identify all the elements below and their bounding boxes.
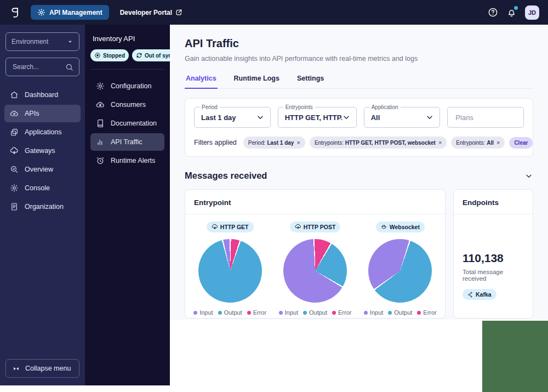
- total-messages-label: Total message received: [463, 269, 524, 282]
- entrypoint-card: Entrypoint HTTP GET Input Output Error: [185, 189, 446, 319]
- sidebar-item-applications[interactable]: Applications: [4, 123, 81, 141]
- legend-output[interactable]: Output: [388, 309, 412, 316]
- legend-input[interactable]: Input: [279, 309, 298, 316]
- http-post-badge: HTTP POST: [290, 221, 341, 232]
- api-name: Inventory API: [90, 35, 164, 49]
- environment-select[interactable]: Environment: [5, 32, 79, 51]
- top-bar: API Management Developer Portal JD: [0, 0, 548, 25]
- close-icon[interactable]: ×: [296, 139, 300, 146]
- close-icon[interactable]: ×: [496, 139, 500, 146]
- external-link-icon: [175, 9, 182, 16]
- legend-dot-output: [388, 311, 392, 315]
- environment-label: Environment: [12, 38, 48, 46]
- application-label: Application: [369, 104, 401, 110]
- cloud-gear-icon: [10, 109, 19, 118]
- collapse-menu-label: Collapse menu: [25, 365, 71, 372]
- legend-output[interactable]: Output: [218, 309, 242, 316]
- tab-bar: Analytics Runtime Logs Settings: [185, 75, 533, 89]
- search-input[interactable]: [12, 63, 61, 71]
- sidebar-item-dashboard[interactable]: Dashboard: [4, 86, 81, 104]
- chip-value: Last 1 day: [267, 140, 294, 146]
- clear-filters-button[interactable]: Clear: [509, 137, 533, 149]
- sidebar-item-console[interactable]: Console: [4, 179, 81, 197]
- tab-runtime-logs[interactable]: Runtime Logs: [233, 75, 281, 88]
- pie-badge-label: HTTP POST: [304, 224, 336, 230]
- home-icon: [10, 90, 19, 99]
- chip-prefix: Entrypoints:: [456, 140, 485, 146]
- kafka-badge-label: Kafka: [476, 291, 492, 298]
- legend-error[interactable]: Error: [247, 309, 266, 316]
- api-item-label: Configuration: [111, 82, 151, 90]
- entrypoints-value: HTTP GET, HTTP...: [285, 113, 342, 122]
- sidebar-item-label: Console: [25, 184, 50, 192]
- chip-value: HTTP GET, HTTP POST, websocket: [345, 140, 436, 146]
- analytics-surface: API Traffic Gain actionable insights int…: [170, 25, 548, 320]
- chip-entrypoints[interactable]: Entrypoints: HTTP GET, HTTP POST, websoc…: [310, 137, 447, 149]
- sidebar-item-gateways[interactable]: Gateways: [4, 142, 81, 160]
- application-select[interactable]: Application All: [364, 107, 441, 128]
- chip-value: All: [487, 140, 494, 146]
- tab-settings[interactable]: Settings: [296, 75, 325, 88]
- api-item-configuration[interactable]: Configuration: [90, 77, 164, 95]
- api-item-api-traffic[interactable]: API Traffic: [90, 133, 164, 151]
- period-select[interactable]: Period Last 1 day: [194, 107, 271, 128]
- chevron-down-icon[interactable]: [524, 172, 533, 180]
- tab-analytics[interactable]: Analytics: [185, 75, 218, 89]
- legend-input[interactable]: Input: [193, 309, 213, 316]
- websocket-icon: [381, 224, 387, 230]
- api-item-documentation[interactable]: Documentation: [90, 115, 164, 132]
- sidebar-item-apis[interactable]: APIs: [4, 105, 81, 122]
- collapse-menu-button[interactable]: Collapse menu: [5, 359, 79, 378]
- caret-down-icon: [67, 38, 73, 45]
- gear-icon: [10, 184, 19, 192]
- section-title: Messages received: [185, 171, 267, 181]
- http-get-badge: HTTP GET: [207, 221, 254, 232]
- api-item-label: Documentation: [111, 120, 157, 127]
- legend-error[interactable]: Error: [417, 309, 436, 316]
- help-icon[interactable]: [488, 7, 498, 18]
- api-item-label: Runtime Alerts: [111, 157, 155, 164]
- pie-group-websocket: Websocket Input Output Error: [364, 221, 437, 316]
- status-badge-stopped: Stopped: [90, 49, 129, 61]
- api-management-button[interactable]: API Management: [31, 5, 109, 20]
- close-icon[interactable]: ×: [438, 139, 442, 146]
- pie-legend: Input Output Error: [279, 309, 352, 316]
- plans-input[interactable]: [454, 113, 518, 122]
- legend-dot-input: [364, 311, 368, 315]
- sidebar-item-organization[interactable]: Organization: [4, 198, 81, 215]
- bar-chart-icon: [96, 138, 105, 146]
- user-avatar[interactable]: JD: [525, 5, 539, 20]
- chevron-down-icon: [342, 113, 351, 122]
- gear-icon: [96, 82, 105, 90]
- cloud-upload-icon: [295, 224, 301, 230]
- chip-prefix: Entrypoints:: [315, 140, 344, 146]
- developer-portal-label: Developer Portal: [120, 9, 172, 16]
- api-item-runtime-alerts[interactable]: Runtime Alerts: [90, 152, 164, 169]
- endpoints-card: Endpoints 110,138 Total message received…: [453, 189, 533, 319]
- sidebar-item-label: Overview: [25, 166, 53, 173]
- sidebar-item-overview[interactable]: Overview: [4, 161, 81, 178]
- legend-input[interactable]: Input: [364, 309, 383, 316]
- cloud-download-icon: [212, 224, 218, 230]
- api-item-label: Consumers: [111, 101, 146, 109]
- chip-entrypoints-all[interactable]: Entrypoints: All ×: [451, 137, 505, 149]
- plans-field: [447, 107, 524, 128]
- gravitee-logo: [9, 7, 21, 19]
- chip-period[interactable]: Period: Last 1 day ×: [243, 137, 305, 149]
- total-messages-value: 110,138: [463, 252, 524, 265]
- legend-error[interactable]: Error: [332, 309, 351, 316]
- green-overlay-block: [482, 321, 548, 392]
- gear-icon: [37, 8, 45, 16]
- alarm-icon: [96, 156, 105, 165]
- api-item-consumers[interactable]: Consumers: [90, 96, 164, 113]
- cloud-person-icon: [96, 100, 105, 109]
- developer-portal-link[interactable]: Developer Portal: [120, 9, 182, 16]
- legend-output[interactable]: Output: [303, 309, 327, 316]
- kafka-badge: Kafka: [463, 289, 496, 300]
- search-icon: [65, 63, 73, 71]
- notifications-bell-icon[interactable]: [506, 7, 517, 18]
- filters-applied-row: Filters applied Period: Last 1 day × Ent…: [194, 137, 524, 149]
- legend-dot-output: [303, 311, 307, 315]
- entrypoints-select[interactable]: Entrypoints HTTP GET, HTTP...: [278, 107, 357, 128]
- windows-icon: [10, 128, 19, 137]
